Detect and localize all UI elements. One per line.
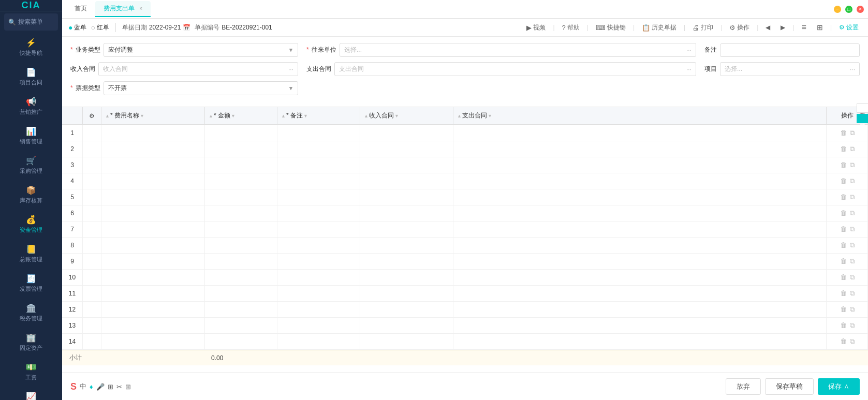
delete-row-icon[interactable]: 🗑	[840, 321, 847, 330]
row-expense-cell[interactable]	[453, 334, 827, 349]
row-remark-cell[interactable]	[277, 141, 360, 157]
print-btn[interactable]: 🖨 打印	[689, 22, 716, 33]
sidebar-item-project-contract[interactable]: 📄 项目合同	[0, 62, 62, 92]
row-expense-cell[interactable]	[453, 238, 827, 253]
sidebar-item-salary[interactable]: 💵 工资	[0, 357, 62, 387]
window-close-button[interactable]: ×	[857, 6, 864, 13]
row-remark-cell[interactable]	[277, 286, 360, 301]
row-amount-cell[interactable]	[205, 302, 277, 317]
row-name-cell[interactable]	[101, 286, 205, 301]
remark-input[interactable]	[720, 43, 860, 57]
radio-red-label[interactable]: ○ 红单	[91, 23, 109, 32]
col-remark-header[interactable]: ▲ * 备注 ▼	[277, 107, 360, 124]
row-remark-cell[interactable]	[277, 254, 360, 269]
row-remark-cell[interactable]	[277, 205, 360, 221]
row-income-cell[interactable]	[360, 125, 453, 141]
delete-row-icon[interactable]: 🗑	[840, 209, 847, 217]
col-income-header[interactable]: ▲ 收入合同 ▼	[360, 107, 453, 124]
delete-row-icon[interactable]: 🗑	[840, 177, 847, 185]
col-name-header[interactable]: ▲ * 费用名称 ▼	[101, 107, 205, 124]
delete-row-icon[interactable]: 🗑	[840, 337, 847, 346]
row-name-cell[interactable]	[101, 125, 205, 141]
nav-prev-btn[interactable]: ◀	[762, 23, 773, 32]
row-name-cell[interactable]	[101, 318, 205, 333]
calendar-icon[interactable]: 📅	[183, 24, 190, 31]
sidebar-item-tax[interactable]: 🏛️ 税务管理	[0, 298, 62, 328]
row-expense-cell[interactable]	[453, 125, 827, 141]
project-input[interactable]: 选择... ···	[720, 62, 860, 76]
row-expense-cell[interactable]	[453, 286, 827, 301]
window-minimize-button[interactable]: −	[834, 6, 841, 13]
copy-row-icon[interactable]: ⧉	[850, 209, 855, 217]
row-remark-cell[interactable]	[277, 221, 360, 237]
row-income-cell[interactable]	[360, 205, 453, 221]
counterpart-input[interactable]: 选择... ···	[340, 43, 696, 57]
row-amount-cell[interactable]	[205, 173, 277, 189]
copy-row-icon[interactable]: ⧉	[850, 161, 855, 169]
row-remark-cell[interactable]	[277, 189, 360, 205]
row-income-cell[interactable]	[360, 318, 453, 333]
row-expense-cell[interactable]	[453, 254, 827, 269]
sidebar-item-ledger[interactable]: 📒 总账管理	[0, 239, 62, 269]
video-btn[interactable]: ▶ 视频	[523, 22, 549, 33]
row-expense-cell[interactable]	[453, 205, 827, 221]
business-type-input[interactable]: 应付调整 ▼	[104, 43, 298, 57]
row-name-cell[interactable]	[101, 254, 205, 269]
row-income-cell[interactable]	[360, 173, 453, 189]
copy-row-icon[interactable]: ⧉	[850, 193, 855, 201]
row-expense-cell[interactable]	[453, 318, 827, 333]
row-income-cell[interactable]	[360, 157, 453, 173]
sidebar-item-inventory[interactable]: 📦 库存核算	[0, 180, 62, 210]
row-amount-cell[interactable]	[205, 141, 277, 157]
row-income-cell[interactable]	[360, 238, 453, 253]
row-amount-cell[interactable]	[205, 334, 277, 349]
tab-home[interactable]: 首页	[66, 1, 95, 17]
row-income-cell[interactable]	[360, 254, 453, 269]
row-name-cell[interactable]	[101, 221, 205, 237]
row-remark-cell[interactable]	[277, 302, 360, 317]
row-name-cell[interactable]	[101, 189, 205, 205]
copy-row-icon[interactable]: ⧉	[850, 257, 855, 265]
copy-row-icon[interactable]: ⧉	[850, 337, 855, 346]
row-remark-cell[interactable]	[277, 157, 360, 173]
row-expense-cell[interactable]	[453, 221, 827, 237]
delete-row-icon[interactable]: 🗑	[840, 129, 847, 137]
sidebar-item-quick-nav[interactable]: ⚡ 快捷导航	[0, 33, 62, 62]
save-draft-button[interactable]: 保存草稿	[765, 378, 814, 395]
window-maximize-button[interactable]: □	[845, 6, 852, 13]
row-expense-cell[interactable]	[453, 302, 827, 317]
copy-row-icon[interactable]: ⧉	[850, 241, 855, 249]
sidebar-item-invoice[interactable]: 🧾 发票管理	[0, 269, 62, 298]
delete-row-icon[interactable]: 🗑	[840, 241, 847, 249]
row-remark-cell[interactable]	[277, 173, 360, 189]
row-name-cell[interactable]	[101, 205, 205, 221]
row-amount-cell[interactable]	[205, 205, 277, 221]
row-remark-cell[interactable]	[277, 270, 360, 285]
delete-row-icon[interactable]: 🗑	[840, 145, 847, 153]
row-income-cell[interactable]	[360, 141, 453, 157]
tab-expense[interactable]: 费用支出单 ×	[95, 1, 151, 17]
copy-row-icon[interactable]: ⧉	[850, 321, 855, 330]
col-amount-header[interactable]: ▲ * 金额 ▼	[205, 107, 277, 124]
row-income-cell[interactable]	[360, 270, 453, 285]
row-remark-cell[interactable]	[277, 334, 360, 349]
row-expense-cell[interactable]	[453, 157, 827, 173]
row-name-cell[interactable]	[101, 173, 205, 189]
col-expense-header[interactable]: ▲ 支出合同 ▼	[453, 107, 827, 124]
nav-next-btn[interactable]: ▶	[777, 23, 788, 32]
copy-row-icon[interactable]: ⧉	[850, 145, 855, 153]
row-name-cell[interactable]	[101, 334, 205, 349]
delete-row-icon[interactable]: 🗑	[840, 161, 847, 169]
sidebar-item-operations[interactable]: 📈 经营管理	[0, 387, 62, 400]
help-btn[interactable]: ? 帮助	[559, 22, 583, 33]
row-income-cell[interactable]	[360, 221, 453, 237]
row-amount-cell[interactable]	[205, 221, 277, 237]
row-expense-cell[interactable]	[453, 189, 827, 205]
row-amount-cell[interactable]	[205, 125, 277, 141]
sidebar-item-purchase[interactable]: 🛒 采购管理	[0, 151, 62, 180]
row-income-cell[interactable]	[360, 302, 453, 317]
view-list-btn[interactable]: ≡	[799, 22, 810, 33]
row-amount-cell[interactable]	[205, 189, 277, 205]
discard-button[interactable]: 放弃	[726, 378, 761, 395]
tab-close-icon[interactable]: ×	[139, 6, 142, 11]
